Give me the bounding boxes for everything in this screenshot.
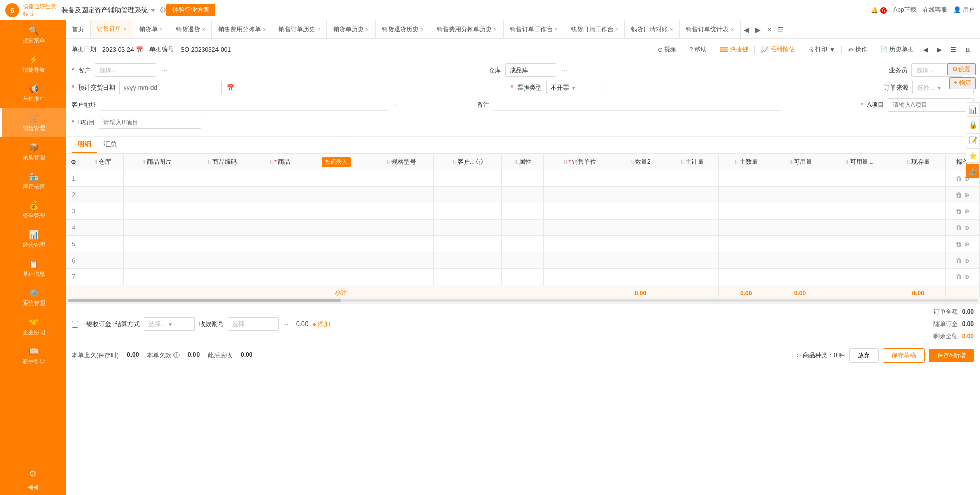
payment-method-select[interactable]: 选择... ▼ xyxy=(144,317,195,331)
row-attribute-cell[interactable] xyxy=(501,269,543,285)
row-spec-cell[interactable] xyxy=(368,236,434,252)
solution-button[interactable]: 体验行业方案 xyxy=(166,4,215,16)
action-btn[interactable]: ⚙ 操作 xyxy=(845,44,870,55)
row-available-cell[interactable] xyxy=(773,187,827,203)
row-main-unit-cell[interactable] xyxy=(665,170,719,187)
online-support-link[interactable]: 在线客服 xyxy=(923,6,947,14)
row-code-cell[interactable] xyxy=(189,203,255,220)
detail-tab-detail[interactable]: 明细 xyxy=(72,137,97,153)
tab-close-bill-history[interactable]: × xyxy=(366,27,369,32)
user-avatar[interactable]: 👤 用户 xyxy=(953,6,975,14)
tab-sales-bill[interactable]: 销货单 × xyxy=(133,20,169,39)
b-project-input[interactable] xyxy=(99,116,201,129)
add-col-button[interactable]: + 物流 xyxy=(949,77,976,89)
row-warehouse-cell[interactable] xyxy=(81,236,124,252)
row-main-unit-cell[interactable] xyxy=(665,220,719,236)
row-main-qty-cell[interactable] xyxy=(719,269,773,285)
system-dropdown-icon[interactable]: ▼ xyxy=(150,7,156,14)
sidebar-item-quick[interactable]: ⚡ 快捷导航 xyxy=(0,50,66,79)
row-customer-code-cell[interactable] xyxy=(434,203,501,220)
row-copy-icon[interactable]: ⊕ xyxy=(964,191,969,199)
date-field[interactable]: 2023-03-24 📅 xyxy=(102,46,143,53)
tab-close-daily-reconcile[interactable]: × xyxy=(670,27,673,32)
help-btn[interactable]: ? 帮助 xyxy=(686,44,710,55)
view-video-btn[interactable]: ⊙ 视频 xyxy=(655,44,680,55)
account-select[interactable]: 选择... xyxy=(228,317,279,331)
tab-close-cost-split-history[interactable]: × xyxy=(494,27,497,32)
row-delete-icon[interactable]: 🗑 xyxy=(956,208,962,215)
row-copy-icon[interactable]: ⊕ xyxy=(964,273,969,281)
row-main-qty-cell[interactable] xyxy=(719,187,773,203)
row-product-cell[interactable] xyxy=(255,269,304,285)
row-available-cell[interactable] xyxy=(773,252,827,269)
tab-close-daily-workbench[interactable]: × xyxy=(616,27,619,32)
sidebar-item-operation[interactable]: 📊 经营管理 xyxy=(0,225,66,254)
settings-button[interactable]: ⚙设置 xyxy=(947,63,976,75)
row-customer-code-cell[interactable] xyxy=(434,269,501,285)
grid-view-btn[interactable]: ⊞ xyxy=(963,45,974,54)
tab-next-btn[interactable]: ▶ xyxy=(752,26,764,34)
tab-close-return[interactable]: × xyxy=(202,27,205,32)
sidebar-item-search[interactable]: 🔍 搜索菜单 xyxy=(0,20,66,50)
right-tool-4[interactable]: ⭐ xyxy=(966,148,980,163)
row-product-cell[interactable] xyxy=(255,187,304,203)
row-warehouse-cell[interactable] xyxy=(81,187,124,203)
sidebar-item-guide[interactable]: 📖 新手引导 xyxy=(0,341,66,371)
row-qty2-cell[interactable] xyxy=(616,203,665,220)
row-delete-icon[interactable]: 🗑 xyxy=(956,257,962,264)
row-stock-cell[interactable] xyxy=(891,269,945,285)
tab-close-order-stats[interactable]: × xyxy=(731,27,734,32)
row-qty2-cell[interactable] xyxy=(616,170,665,187)
row-available2-cell[interactable] xyxy=(827,203,891,220)
tab-close-sales-bill[interactable]: × xyxy=(160,27,163,32)
row-available2-cell[interactable] xyxy=(827,252,891,269)
tab-order-history[interactable]: 销售订单历史 × xyxy=(272,20,327,39)
tab-close-sales-order[interactable]: × xyxy=(123,26,126,32)
sidebar-item-corp[interactable]: 🤝 企业协同 xyxy=(0,312,66,341)
save-new-button[interactable]: 保存&新增 xyxy=(929,349,974,362)
sidebar-item-base[interactable]: 📋 基础信息 xyxy=(0,254,66,283)
row-available-cell[interactable] xyxy=(773,236,827,252)
warehouse-more-btn[interactable]: ··· xyxy=(562,67,568,74)
row-copy-icon[interactable]: ⊕ xyxy=(964,208,969,215)
row-delete-icon[interactable]: 🗑 xyxy=(956,224,962,231)
app-download-link[interactable]: App下载 xyxy=(893,6,916,14)
delivery-date-input[interactable] xyxy=(119,81,222,94)
row-delete-icon[interactable]: 🗑 xyxy=(956,273,962,281)
tab-daily-workbench[interactable]: 钱货日清工作台 × xyxy=(564,20,625,39)
row-available-cell[interactable] xyxy=(773,170,827,187)
tab-close-cost-split[interactable]: × xyxy=(263,27,266,32)
row-main-unit-cell[interactable] xyxy=(665,236,719,252)
nav-prev-btn[interactable]: ◀ xyxy=(920,45,931,54)
row-copy-icon[interactable]: ⊕ xyxy=(964,241,969,248)
sidebar-item-sales[interactable]: 🛒 销售管理 xyxy=(0,108,66,137)
row-spec-cell[interactable] xyxy=(368,170,434,187)
row-unit-cell[interactable] xyxy=(543,220,616,236)
tab-bill-history[interactable]: 销货单历史 × xyxy=(327,20,376,39)
row-product-cell[interactable] xyxy=(255,170,304,187)
invoice-select[interactable]: 不开票 ▼ xyxy=(546,81,607,94)
row-spec-cell[interactable] xyxy=(368,220,434,236)
add-payment-btn[interactable]: ● 添加 xyxy=(312,320,330,329)
row-attribute-cell[interactable] xyxy=(501,220,543,236)
row-copy-icon[interactable]: ⊕ xyxy=(964,257,969,264)
delivery-date-calendar-icon[interactable]: 📅 xyxy=(227,84,234,91)
row-warehouse-cell[interactable] xyxy=(81,220,124,236)
row-attribute-cell[interactable] xyxy=(501,170,543,187)
tab-cost-split-history[interactable]: 销售费用分摊单历史 × xyxy=(430,20,504,39)
row-warehouse-cell[interactable] xyxy=(81,203,124,220)
scrollbar-thumb[interactable] xyxy=(68,299,341,302)
row-spec-cell[interactable] xyxy=(368,187,434,203)
notification-icon[interactable]: 🔔 6 xyxy=(870,7,887,14)
right-tool-1[interactable]: 📊 xyxy=(966,102,980,117)
row-available-cell[interactable] xyxy=(773,220,827,236)
account-more-btn[interactable]: ··· xyxy=(283,320,288,328)
tab-return-history[interactable]: 销货退货历史 × xyxy=(376,20,430,39)
tab-prev-btn[interactable]: ◀ xyxy=(741,26,752,34)
row-main-qty-cell[interactable] xyxy=(719,220,773,236)
customer-more-btn[interactable]: ··· xyxy=(162,67,167,74)
tab-close-order-history[interactable]: × xyxy=(317,27,320,32)
row-main-unit-cell[interactable] xyxy=(665,203,719,220)
row-stock-cell[interactable] xyxy=(891,252,945,269)
row-qty2-cell[interactable] xyxy=(616,252,665,269)
